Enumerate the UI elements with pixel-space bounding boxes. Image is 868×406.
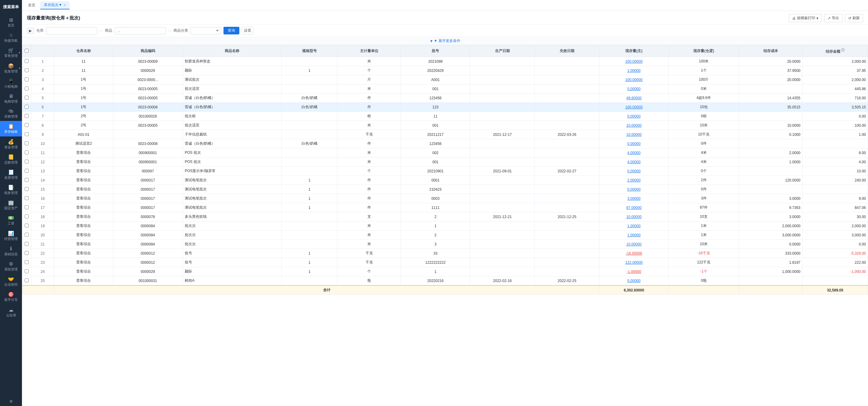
- select-all-checkbox[interactable]: [25, 49, 29, 53]
- row-checkbox[interactable]: [25, 260, 29, 264]
- row-qty-main[interactable]: 0.00000: [599, 276, 669, 286]
- row-qty-main[interactable]: 10.00000: [599, 240, 669, 249]
- row-qty-main[interactable]: 0.00000: [599, 139, 669, 148]
- row-qty-main[interactable]: -16.00000: [599, 249, 669, 258]
- row-qty-main[interactable]: 0.00000: [599, 112, 669, 121]
- sidebar-item-nav[interactable]: ☆ 快捷导航: [0, 30, 22, 45]
- warehouse-input[interactable]: [46, 27, 97, 34]
- sidebar-item-small-ecom[interactable]: 📱 小程电商: [0, 76, 22, 91]
- search-button[interactable]: 查询: [223, 27, 239, 34]
- sidebar-item-ecom[interactable]: 🖥 电商管理: [0, 91, 22, 106]
- row-checkbox-cell[interactable]: [22, 121, 31, 130]
- row-checkbox[interactable]: [25, 105, 29, 109]
- row-checkbox[interactable]: [25, 178, 29, 182]
- row-checkbox[interactable]: [25, 160, 29, 164]
- row-checkbox-cell[interactable]: [22, 176, 31, 185]
- sidebar-item-tax[interactable]: 📑 税务管理: [0, 182, 22, 197]
- row-checkbox-cell[interactable]: [22, 139, 31, 148]
- print-button[interactable]: 🖨 按模板打印 ▾: [789, 14, 822, 22]
- sidebar-item-home[interactable]: ⊞ 首页: [0, 14, 22, 30]
- expand-conditions-btn[interactable]: ▼ ▼ 展开更多条件: [430, 38, 460, 43]
- row-qty-main[interactable]: 1.00000: [599, 222, 669, 231]
- row-checkbox[interactable]: [25, 96, 29, 100]
- sidebar-item-fixed[interactable]: 🏢 固定资产: [0, 197, 22, 212]
- row-checkbox[interactable]: [25, 59, 29, 63]
- product-input[interactable]: [115, 27, 166, 34]
- row-checkbox[interactable]: [25, 77, 29, 81]
- sidebar-item-general[interactable]: 📒 总账管理: [0, 152, 22, 167]
- row-checkbox[interactable]: [25, 233, 29, 237]
- sidebar-settings[interactable]: ⚙: [0, 397, 22, 406]
- row-checkbox-cell[interactable]: [22, 75, 31, 84]
- row-checkbox[interactable]: [25, 132, 29, 136]
- sidebar-item-system[interactable]: ⚙ 系统管理: [0, 259, 22, 274]
- row-checkbox[interactable]: [25, 214, 29, 218]
- row-qty-main[interactable]: 1.00000: [599, 66, 669, 75]
- export-button[interactable]: ↗ 导出: [824, 14, 842, 22]
- sidebar-item-sale[interactable]: 🛒 零售管理 ▼: [0, 45, 22, 60]
- sidebar-item-new[interactable]: 🎯 新手引导: [0, 289, 22, 304]
- row-checkbox-cell[interactable]: [22, 112, 31, 121]
- row-qty-main[interactable]: 3.00000: [599, 194, 669, 203]
- filter-toggle-btn[interactable]: ▶: [27, 28, 34, 34]
- row-checkbox[interactable]: [25, 187, 29, 191]
- row-checkbox[interactable]: [25, 278, 29, 282]
- tab-inventory[interactable]: 库存批次▼ ✕: [40, 1, 69, 9]
- row-checkbox-cell[interactable]: [22, 103, 31, 112]
- sidebar-item-batch[interactable]: 📦 批发管理 ▼: [0, 61, 22, 76]
- row-checkbox-cell[interactable]: [22, 167, 31, 176]
- row-checkbox-cell[interactable]: [22, 194, 31, 203]
- row-checkbox[interactable]: [25, 114, 29, 118]
- sidebar-item-cloud[interactable]: ☁ 云应用: [0, 305, 22, 320]
- row-checkbox-cell[interactable]: [22, 203, 31, 212]
- sidebar-item-mgmt[interactable]: 📊 经营管理: [0, 228, 22, 243]
- row-checkbox[interactable]: [25, 269, 29, 273]
- row-checkbox-cell[interactable]: [22, 222, 31, 231]
- sidebar-item-asset[interactable]: 💰 资金管理: [0, 136, 22, 152]
- row-checkbox-cell[interactable]: [22, 258, 31, 267]
- row-checkbox-cell[interactable]: [22, 158, 31, 167]
- row-qty-main[interactable]: 1.00000: [599, 231, 669, 240]
- row-qty-main[interactable]: 100.00000: [599, 75, 669, 84]
- row-qty-main[interactable]: 0.00000: [599, 185, 669, 194]
- row-qty-main[interactable]: 87.00000: [599, 203, 669, 212]
- row-checkbox[interactable]: [25, 68, 29, 72]
- row-qty-main[interactable]: 49.60000: [599, 94, 669, 103]
- sidebar-item-basic[interactable]: ℹ 基础信息: [0, 243, 22, 259]
- tab-home[interactable]: 首页: [24, 2, 39, 9]
- sidebar-item-corp[interactable]: 🤝 企业协同: [0, 274, 22, 289]
- row-checkbox[interactable]: [25, 205, 29, 209]
- sidebar-logo[interactable]: 搜索菜单: [2, 2, 20, 11]
- row-checkbox-cell[interactable]: [22, 84, 31, 94]
- refresh-button[interactable]: ↺ 刷新: [845, 14, 863, 22]
- sidebar-item-purchase[interactable]: 🛍 采购管理: [0, 106, 22, 121]
- row-qty-main[interactable]: 10.00000: [599, 212, 669, 222]
- row-qty-main[interactable]: -1.00000: [599, 267, 669, 276]
- row-qty-main[interactable]: 100.00000: [599, 103, 669, 112]
- row-qty-main[interactable]: 0.00000: [599, 167, 669, 176]
- row-checkbox[interactable]: [25, 251, 29, 255]
- row-checkbox[interactable]: [25, 87, 29, 91]
- category-select[interactable]: [191, 27, 221, 34]
- row-checkbox-cell[interactable]: [22, 231, 31, 240]
- row-checkbox-cell[interactable]: [22, 249, 31, 258]
- sidebar-item-salary[interactable]: 💵 工资: [0, 212, 22, 228]
- row-qty-main[interactable]: 100.00000: [599, 57, 669, 66]
- row-checkbox[interactable]: [25, 169, 29, 173]
- row-qty-main[interactable]: 122.00000: [599, 258, 669, 267]
- sidebar-item-invoice[interactable]: 🧾 发票管理: [0, 167, 22, 182]
- row-qty-main[interactable]: 10.00000: [599, 121, 669, 130]
- row-qty-main[interactable]: 10.00000: [599, 130, 669, 139]
- row-qty-main[interactable]: 4.00000: [599, 158, 669, 167]
- row-checkbox[interactable]: [25, 196, 29, 200]
- row-checkbox-cell[interactable]: [22, 57, 31, 66]
- row-checkbox-cell[interactable]: [22, 148, 31, 158]
- row-checkbox-cell[interactable]: [22, 94, 31, 103]
- row-checkbox[interactable]: [25, 242, 29, 246]
- tab-close-icon[interactable]: ✕: [63, 3, 66, 7]
- sidebar-item-inventory[interactable]: 📋 库存核账: [0, 121, 22, 136]
- row-checkbox-cell[interactable]: [22, 267, 31, 276]
- row-checkbox-cell[interactable]: [22, 66, 31, 75]
- row-checkbox[interactable]: [25, 150, 29, 155]
- table-wrapper[interactable]: 仓库名称 商品编码 商品名称 规格型号 主计量单位 批号 生产日期 失效日期 现…: [22, 45, 868, 406]
